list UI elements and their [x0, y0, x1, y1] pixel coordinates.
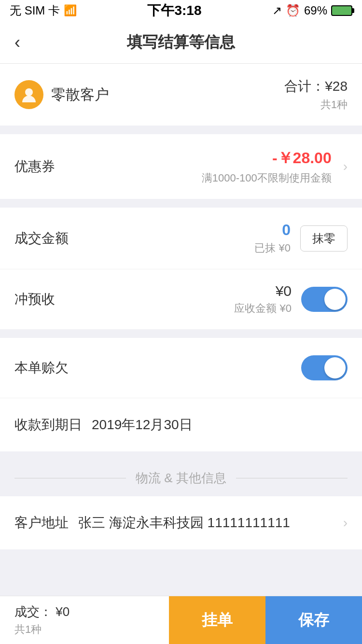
coupon-row[interactable]: 优惠券 -￥28.00 满1000-100不限制使用金额 › — [0, 134, 362, 199]
bottom-summary: 成交： ¥0 共1种 — [0, 603, 169, 637]
address-label: 客户地址 — [14, 514, 69, 532]
coupon-label: 优惠券 — [14, 157, 55, 176]
chevron-right-icon: › — [343, 159, 348, 174]
save-button[interactable]: 保存 — [265, 596, 362, 644]
coupon-section: 优惠券 -￥28.00 满1000-100不限制使用金额 › — [0, 134, 362, 199]
divider-line-left — [14, 478, 126, 478]
customer-row: 零散客户 合计：¥28 共1种 — [0, 64, 362, 126]
customer-avatar — [14, 80, 43, 109]
divider-4 — [0, 451, 362, 460]
prepaid-sub: 应收金额 ¥0 — [234, 301, 292, 316]
logistics-header: 物流 & 其他信息 — [0, 460, 362, 496]
transaction-right: 0 已抹 ¥0 抹零 — [254, 221, 348, 255]
transaction-value: 0 — [254, 221, 291, 239]
status-left: 无 SIM 卡 📶 — [10, 3, 77, 18]
address-chevron-icon: › — [343, 515, 348, 531]
back-button[interactable]: ‹ — [14, 28, 25, 57]
transaction-section: 成交金额 0 已抹 ¥0 抹零 冲预收 ¥0 应收金额 ¥0 — [0, 208, 362, 329]
coupon-wrap: -￥28.00 满1000-100不限制使用金额 — [202, 148, 332, 185]
transaction-row: 成交金额 0 已抹 ¥0 抹零 — [0, 208, 362, 269]
transaction-sub: 已抹 ¥0 — [254, 241, 291, 255]
due-date-label: 收款到期日 — [14, 416, 82, 434]
address-section: 客户地址 张三 海淀永丰科技园 11111111111 › — [0, 496, 362, 549]
divider-3 — [0, 329, 362, 338]
divider-1 — [0, 126, 362, 134]
debt-row: 本单赊欠 — [0, 338, 362, 398]
carrier-text: 无 SIM 卡 — [10, 3, 60, 18]
battery-icon — [331, 5, 352, 16]
alarm-icon: ⏰ — [286, 4, 300, 17]
bottom-deal: 成交： ¥0 — [14, 603, 154, 620]
customer-left: 零散客户 — [14, 80, 109, 109]
customer-right: 合计：¥28 共1种 — [284, 77, 348, 112]
debt-section: 本单赊欠 收款到期日 2019年12月30日 — [0, 338, 362, 451]
status-bar: 无 SIM 卡 📶 下午3:18 ↗ ⏰ 69% — [0, 0, 362, 21]
bottom-count: 共1种 — [14, 622, 154, 637]
prepaid-amount: ¥0 — [234, 283, 292, 299]
logistics-label: 物流 & 其他信息 — [136, 470, 226, 487]
customer-section: 零散客户 合计：¥28 共1种 — [0, 64, 362, 126]
total-amount: 合计：¥28 — [284, 77, 348, 96]
main-content: 零散客户 合计：¥28 共1种 优惠券 -￥28.00 满1000-100不限制… — [0, 64, 362, 644]
svg-point-0 — [25, 88, 33, 96]
coupon-right: -￥28.00 满1000-100不限制使用金额 › — [202, 148, 348, 185]
battery-percent: 69% — [304, 4, 327, 17]
address-row[interactable]: 客户地址 张三 海淀永丰科技园 11111111111 › — [0, 496, 362, 549]
coupon-discount: -￥28.00 — [202, 148, 332, 169]
address-left: 客户地址 张三 海淀永丰科技园 11111111111 — [14, 514, 290, 532]
logistics-divider: 物流 & 其他信息 — [14, 470, 348, 487]
divider-line-right — [236, 478, 348, 478]
page-title: 填写结算等信息 — [127, 32, 235, 53]
coupon-desc: 满1000-100不限制使用金额 — [202, 171, 332, 185]
debt-label: 本单赊欠 — [14, 359, 69, 377]
transaction-label: 成交金额 — [14, 229, 69, 248]
hold-button[interactable]: 挂单 — [169, 596, 265, 644]
debt-toggle[interactable] — [301, 355, 348, 380]
round-zero-button[interactable]: 抹零 — [300, 225, 348, 252]
prepaid-row: 冲预收 ¥0 应收金额 ¥0 — [0, 269, 362, 329]
divider-2 — [0, 199, 362, 208]
prepaid-amount-wrap: ¥0 应收金额 ¥0 — [234, 283, 292, 316]
due-date-row: 收款到期日 2019年12月30日 — [0, 398, 362, 451]
location-icon: ↗ — [272, 4, 282, 17]
wifi-icon: 📶 — [64, 4, 77, 17]
transaction-value-wrap: 0 已抹 ¥0 — [254, 221, 291, 255]
bottom-deal-label: 成交： — [14, 604, 52, 619]
bottom-bar: 成交： ¥0 共1种 挂单 保存 — [0, 596, 362, 644]
status-right: ↗ ⏰ 69% — [272, 4, 352, 17]
customer-name: 零散客户 — [51, 85, 109, 105]
prepaid-toggle[interactable] — [301, 287, 348, 312]
bottom-deal-amount: ¥0 — [56, 604, 70, 619]
due-date-value: 2019年12月30日 — [92, 416, 193, 434]
total-count: 共1种 — [284, 98, 348, 112]
prepaid-right: ¥0 应收金额 ¥0 — [234, 283, 348, 316]
toggle-knob — [324, 289, 346, 310]
avatar-icon — [20, 86, 38, 103]
status-time: 下午3:18 — [147, 1, 201, 20]
debt-toggle-knob — [324, 357, 346, 378]
address-value: 张三 海淀永丰科技园 11111111111 — [78, 514, 290, 532]
prepaid-label: 冲预收 — [14, 290, 55, 308]
nav-bar: ‹ 填写结算等信息 — [0, 21, 362, 64]
